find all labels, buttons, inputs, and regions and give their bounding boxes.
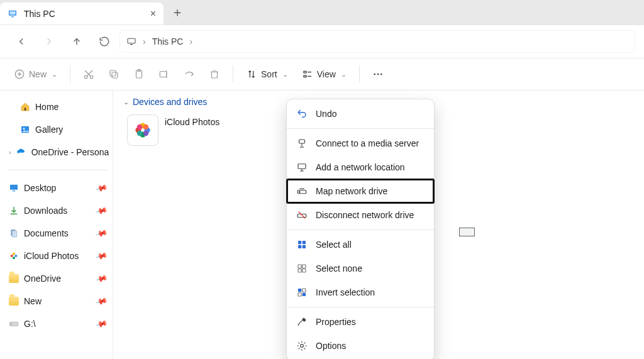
sidebar-item-home[interactable]: Home xyxy=(5,96,110,118)
sidebar-item-desktop[interactable]: Desktop 📌 xyxy=(5,177,110,199)
sidebar-item-documents[interactable]: Documents 📌 xyxy=(5,222,110,245)
svg-point-58 xyxy=(301,345,304,348)
media-server-icon xyxy=(296,137,308,150)
toolbar-divider xyxy=(233,65,233,83)
sidebar-label: Documents xyxy=(24,228,69,238)
tab-close-button[interactable]: × xyxy=(150,8,156,19)
svg-point-38 xyxy=(143,131,149,136)
this-pc-icon xyxy=(126,36,136,47)
delete-button[interactable] xyxy=(203,62,226,87)
sidebar-item-icloud-photos[interactable]: iCloud Photos 📌 xyxy=(5,245,110,267)
back-button[interactable] xyxy=(9,29,34,54)
plus-circle-icon xyxy=(14,69,25,80)
svg-point-37 xyxy=(143,124,149,130)
menu-item-label: Select all xyxy=(316,240,352,250)
documents-icon xyxy=(9,228,19,238)
new-tab-button[interactable]: ＋ xyxy=(164,0,191,25)
menu-item-invert-selection[interactable]: Invert selection xyxy=(287,280,434,304)
svg-rect-53 xyxy=(303,269,306,272)
sidebar-label: Gallery xyxy=(35,124,63,135)
svg-point-16 xyxy=(374,74,375,75)
svg-rect-3 xyxy=(128,38,135,43)
new-button[interactable]: New ⌄ xyxy=(8,62,64,87)
menu-item-label: Properties xyxy=(316,317,356,327)
copy-button[interactable] xyxy=(102,62,126,87)
address-bar[interactable]: › This PC › xyxy=(119,30,635,53)
menu-item-label: Options xyxy=(316,341,346,351)
sidebar-label: OneDrive xyxy=(24,273,61,284)
sort-button-label: Sort xyxy=(261,69,277,79)
view-button[interactable]: View ⌄ xyxy=(296,62,353,87)
paste-button[interactable] xyxy=(127,62,151,87)
undo-icon xyxy=(296,108,308,120)
menu-item-add-network-location[interactable]: Add a network location xyxy=(287,155,434,179)
menu-item-properties[interactable]: Properties xyxy=(287,310,434,334)
svg-point-18 xyxy=(380,74,382,75)
menu-item-label: Select none xyxy=(316,263,362,273)
more-button[interactable] xyxy=(366,62,390,87)
svg-rect-13 xyxy=(212,72,218,78)
rename-icon xyxy=(158,69,170,80)
menu-item-connect-media[interactable]: Connect to a media server xyxy=(287,131,434,155)
sidebar-label: iCloud Photos xyxy=(24,251,79,261)
menu-item-label: Map network drive xyxy=(316,186,387,196)
sidebar-item-g-drive[interactable]: G:\ 📌 xyxy=(5,312,110,335)
sidebar-item-downloads[interactable]: Downloads 📌 xyxy=(5,199,110,222)
pin-icon: 📌 xyxy=(94,318,108,331)
navigation-pane[interactable]: Home Gallery › OneDrive - Persona Deskto… xyxy=(0,91,113,359)
window-tab[interactable]: This PC × xyxy=(0,3,164,25)
svg-point-29 xyxy=(13,257,15,259)
menu-item-label: Disconnect network drive xyxy=(316,210,414,220)
menu-item-label: Add a network location xyxy=(316,162,405,172)
share-icon xyxy=(184,69,195,80)
sidebar-label: G:\ xyxy=(24,319,36,329)
command-toolbar: New ⌄ Sort ⌄ View ⌄ xyxy=(0,58,644,91)
trash-icon xyxy=(209,69,220,80)
pin-icon: 📌 xyxy=(94,295,108,308)
svg-rect-42 xyxy=(298,164,306,169)
more-icon xyxy=(372,69,384,80)
menu-item-label: Connect to a media server xyxy=(316,138,419,148)
cut-button[interactable] xyxy=(77,62,101,87)
address-row: › This PC › xyxy=(0,25,644,58)
photos-icon xyxy=(127,114,158,146)
refresh-button[interactable] xyxy=(92,29,117,54)
sidebar-item-gallery[interactable]: Gallery xyxy=(5,118,110,141)
sidebar-separator xyxy=(8,170,108,170)
sidebar-item-onedrive-folder[interactable]: OneDrive 📌 xyxy=(5,267,110,290)
breadcrumb-current[interactable]: This PC xyxy=(152,36,184,47)
drive-icon xyxy=(9,319,19,329)
sidebar-label: Downloads xyxy=(24,206,67,216)
svg-rect-12 xyxy=(160,72,167,77)
up-button[interactable] xyxy=(64,29,89,54)
svg-point-21 xyxy=(23,128,25,130)
rename-button[interactable] xyxy=(152,62,176,87)
menu-item-options[interactable]: Options xyxy=(287,334,434,358)
pin-icon: 📌 xyxy=(94,227,108,240)
chevron-right-icon[interactable]: › xyxy=(9,148,11,156)
svg-rect-15 xyxy=(304,75,306,77)
menu-item-undo[interactable]: Undo xyxy=(287,102,434,126)
chevron-down-icon[interactable]: ⌄ xyxy=(123,98,129,106)
svg-rect-23 xyxy=(13,191,15,191)
menu-item-select-all[interactable]: Select all xyxy=(287,233,434,257)
svg-point-44 xyxy=(299,191,300,192)
svg-rect-46 xyxy=(298,241,301,244)
paste-icon xyxy=(133,69,145,80)
menu-item-disconnect-network-drive[interactable]: Disconnect network drive xyxy=(287,203,434,227)
svg-rect-52 xyxy=(298,269,301,272)
view-icon xyxy=(302,69,313,80)
menu-item-select-none[interactable]: Select none xyxy=(287,257,434,280)
forward-button[interactable] xyxy=(36,29,62,54)
share-button[interactable] xyxy=(177,62,201,87)
sidebar-label: Desktop xyxy=(24,183,56,193)
tab-title: This PC xyxy=(24,9,144,19)
sidebar-item-new-folder[interactable]: New 📌 xyxy=(5,290,110,312)
sort-button[interactable]: Sort ⌄ xyxy=(240,62,294,87)
sidebar-item-onedrive[interactable]: › OneDrive - Persona xyxy=(5,141,110,163)
svg-rect-51 xyxy=(303,265,306,268)
svg-rect-9 xyxy=(110,70,116,76)
menu-item-map-network-drive[interactable]: Map network drive xyxy=(287,179,434,203)
new-button-label: New xyxy=(29,69,47,79)
toolbar-divider xyxy=(359,65,360,83)
